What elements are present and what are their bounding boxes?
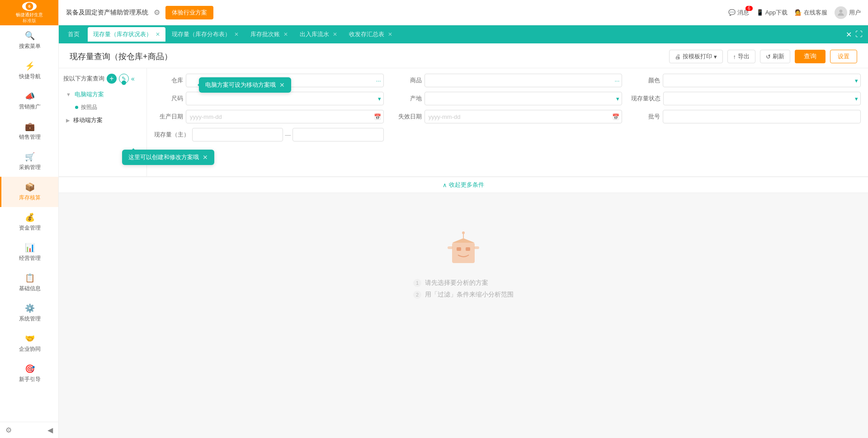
sidebar-label-sales: 销售管理 [19,133,41,141]
page-title: 现存量查询（按仓库+商品） [70,51,172,62]
refresh-icon: ↺ [766,53,771,60]
create-tooltip-close-btn[interactable]: ✕ [203,154,208,161]
sidebar-item-operations[interactable]: 📊 经营管理 [0,237,58,268]
empty-steps: 1 请先选择要分析的方案 2 用「过滤」条件来缩小分析范围 [413,279,514,299]
size-select[interactable] [186,92,384,105]
field-stock-status: 现存量状态 ▾ [631,92,861,105]
notification-btn[interactable]: 💬 消息 6 [728,9,749,17]
product-input[interactable] [425,74,623,87]
field-color: 颜色 ▾ [631,74,861,87]
tab-close-inventory-status[interactable]: ✕ [156,31,160,38]
header-left: 装备及固定资产辅助管理系统 ⚙ 体验行业方案 [66,6,213,19]
color-select[interactable] [663,74,861,87]
filter-zone: 按以下方案查询 + ✎ « ▼ 电脑端方案 [59,68,868,177]
app-download-btn[interactable]: 📱 App下载 [756,9,788,17]
empty-step-1: 1 请先选择要分析的方案 [413,279,488,287]
search-btn[interactable]: 查询 [795,50,826,63]
operations-icon: 📊 [25,243,35,253]
tab-home-label: 首页 [68,30,80,38]
active-dot-icon [75,106,78,109]
user-label: 用户 [849,9,861,17]
tab-close-collect-summary[interactable]: ✕ [388,31,392,38]
tab-bar-actions: ✕ ⛶ [846,30,866,39]
batch-no-input[interactable] [663,110,861,123]
sidebar-item-purchase[interactable]: 🛒 采购管理 [0,146,58,177]
guide-icon: 🎯 [25,364,35,374]
batch-no-label: 批号 [631,113,660,121]
tab-in-out-flow-label: 出入库流水 [300,30,329,38]
scheme-back-btn[interactable]: « [131,75,135,82]
enterprise-icon: 🤝 [25,334,35,344]
tab-batch-account[interactable]: 库存批次账 ✕ [245,27,293,42]
refresh-btn[interactable]: ↺ 刷新 [760,50,790,63]
scheme-pc[interactable]: ▼ 电脑端方案 [63,88,142,101]
tab-batch-account-label: 库存批次账 [250,30,280,38]
svg-text:6: 6 [28,4,30,9]
system-settings-btn[interactable]: ⚙ [154,8,160,17]
field-expiry-date: 失效日期 📅 [393,110,623,123]
sidebar-item-marketing[interactable]: 📣 营销推广 [0,86,58,116]
mobile-expand-icon: ▶ [66,118,70,123]
stock-status-select[interactable] [663,92,861,105]
pc-tooltip: 电脑方案可设为移动方案哦 ✕ [199,77,291,93]
print-template-btn[interactable]: 🖨 按模板打印 ▾ [669,50,723,63]
scheme-sub-item[interactable]: 按照品 [72,102,142,113]
tab-inventory-dist-label: 现存量（库存分布表） [172,30,231,38]
export-btn[interactable]: ↑ 导出 [727,50,756,63]
scheme-list: ▼ 电脑端方案 按照品 ▶ 移动端方案 [63,88,142,127]
tab-in-out-flow[interactable]: 出入库流水 ✕ [294,27,343,42]
sidebar-item-finance[interactable]: 💰 资金管理 [0,207,58,237]
sidebar-label-purchase: 采购管理 [19,164,41,171]
top-header: 装备及固定资产辅助管理系统 ⚙ 体验行业方案 💬 消息 6 📱 App下载 💁 … [59,0,868,25]
edit-scheme-btn[interactable]: ✎ [119,74,129,84]
online-support-btn[interactable]: 💁 在线客服 [795,9,827,17]
origin-select[interactable] [425,92,623,105]
export-label: 导出 [738,52,750,61]
scheme-mobile[interactable]: ▶ 移动端方案 [63,114,142,127]
system-icon: ⚙️ [25,303,35,313]
sidebar-item-enterprise[interactable]: 🤝 企业协同 [0,328,58,358]
sidebar-item-search[interactable]: 🔍 搜索菜单 [0,25,58,56]
sidebar-item-inventory[interactable]: 📦 库存核算 [0,177,58,207]
tab-close-inventory-dist[interactable]: ✕ [234,31,239,38]
stock-main-from-input[interactable] [192,128,283,141]
sidebar-item-sales[interactable]: 💼 销售管理 [0,116,58,146]
stock-main-to-input[interactable] [292,128,383,141]
range-dash: — [285,132,291,138]
sidebar-item-basic[interactable]: 📋 基础信息 [0,268,58,298]
field-product: 商品 ··· [393,74,623,87]
step-2-text: 用「过滤」条件来缩小分析范围 [425,291,514,299]
sales-icon: 💼 [25,122,35,132]
tab-inventory-status[interactable]: 现存量（库存状况表） ✕ [88,27,165,42]
sidebar-label-quicknav: 快捷导航 [19,73,41,80]
production-date-input[interactable] [186,110,384,123]
tab-close-in-out-flow[interactable]: ✕ [333,31,337,38]
collapse-bar[interactable]: ∧ 收起更多条件 [59,177,868,193]
message-icon: 💬 [728,9,736,16]
tab-fullscreen-btn[interactable]: ⛶ [855,30,863,38]
page-header: 现存量查询（按仓库+商品） 🖨 按模板打印 ▾ ↑ 导出 ↺ 刷新 查询 设置 [59,43,868,68]
tab-close-batch-account[interactable]: ✕ [283,31,288,38]
scheme-panel-header: 按以下方案查询 + ✎ « [63,74,142,84]
print-arrow-icon: ▾ [714,53,717,60]
tab-inventory-dist[interactable]: 现存量（库存分布表） ✕ [166,27,244,42]
pc-expand-icon: ▼ [66,92,71,97]
sidebar-item-guide[interactable]: 🎯 新手引导 [0,358,58,389]
batch-no-input-wrap [663,110,861,123]
industry-btn[interactable]: 体验行业方案 [165,6,213,19]
expiry-date-input[interactable] [425,110,623,123]
empty-illustration [441,229,486,270]
user-area[interactable]: 用户 [835,6,861,19]
svg-rect-4 [457,247,461,251]
set-btn[interactable]: 设置 [830,50,857,63]
tab-close-all-btn[interactable]: ✕ [846,30,852,39]
settings-footer-btn[interactable]: ⚙ [5,426,12,434]
sidebar-item-quicknav[interactable]: ⚡ 快捷导航 [0,56,58,86]
tab-home[interactable]: 首页 [61,27,87,42]
add-scheme-btn[interactable]: + [107,74,117,84]
tab-collect-summary[interactable]: 收发存汇总表 ✕ [344,27,398,42]
pc-tooltip-close-btn[interactable]: ✕ [279,81,285,89]
collapse-sidebar-btn[interactable]: ◀ [47,426,53,434]
sidebar-item-system[interactable]: ⚙️ 系统管理 [0,298,58,328]
pc-scheme-label: 电脑端方案 [75,90,104,99]
